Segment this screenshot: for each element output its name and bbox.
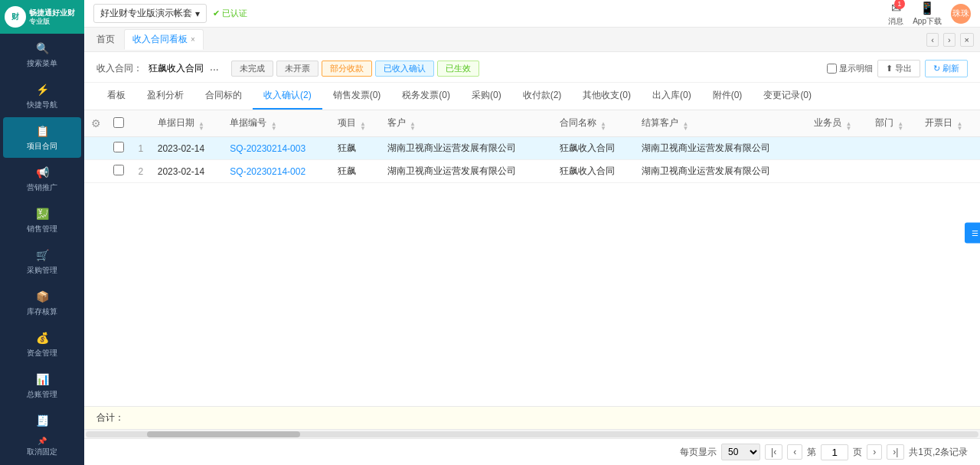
sidebar-item-marketing[interactable]: 📢 营销推广 [3, 159, 81, 199]
active-tab[interactable]: 收入合同看板 × [124, 29, 204, 50]
code-link[interactable]: SQ-20230214-002 [230, 166, 305, 177]
subtab-other[interactable]: 其他收支(0) [572, 83, 642, 110]
per-page-select[interactable]: 50 10 20 100 [721, 444, 760, 460]
data-table-container: ⚙ 单据日期 ▲▼ 单据编号 ▲▼ 项目 ▲▼ [84, 110, 980, 406]
right-side-btn[interactable]: ☰ [965, 222, 980, 243]
th-salesperson[interactable]: 业务员 ▲▼ [808, 110, 869, 137]
table-footer: 合计： [84, 406, 980, 429]
td-project: 狂飙 [332, 160, 381, 183]
sidebar-item-label: 搜索菜单 [27, 58, 57, 69]
page-number-input[interactable] [821, 444, 848, 460]
user-avatar[interactable]: 珠珠 [951, 4, 971, 24]
next-tab-btn[interactable]: › [943, 33, 956, 47]
th-date[interactable]: 单据日期 ▲▼ [152, 110, 224, 137]
td-contract-name: 狂飙收入合同 [554, 160, 636, 183]
table-row[interactable]: 2 2023-02-14 SQ-20230214-002 狂飙 湖南卫视商业运营… [84, 160, 980, 183]
th-invoice-date[interactable]: 开票日 ▲▼ [919, 110, 980, 137]
td-contract-name: 狂飙收入合同 [554, 137, 636, 160]
last-page-btn[interactable]: ›| [887, 444, 904, 460]
sidebar-item-sales[interactable]: 💹 销售管理 [3, 200, 81, 241]
status-effective-btn[interactable]: 已生效 [437, 61, 479, 77]
sidebar-item-quicknav[interactable]: ⚡ 快捷导航 [3, 76, 81, 116]
ledger-icon: 📊 [34, 372, 50, 387]
subtab-attachments[interactable]: 附件(0) [702, 83, 753, 110]
th-department[interactable]: 部门 ▲▼ [869, 110, 919, 137]
td-customer: 湖南卫视商业运营发展有限公司 [381, 137, 554, 160]
company-selector[interactable]: 好业财专业版演示帐套 ▾ [93, 4, 207, 23]
download-icon: 📱 [920, 1, 935, 15]
prev-page-btn[interactable]: ‹ [787, 444, 802, 460]
sidebar-item-project[interactable]: 📋 项目合同 [3, 117, 81, 158]
topbar-right: ✉ 1 消息 📱 App下载 珠珠 [888, 1, 971, 27]
purchase-icon: 🛒 [34, 247, 50, 263]
th-settle-customer[interactable]: 结算客户 ▲▼ [635, 110, 808, 137]
horizontal-scrollbar[interactable] [84, 429, 980, 438]
sidebar-item-invoice[interactable]: 🧾 发票管理 [3, 407, 81, 429]
subtab-kanban[interactable]: 看板 [96, 83, 136, 110]
show-detail-checkbox[interactable] [827, 64, 837, 74]
td-salesperson [808, 160, 869, 183]
app-download-btn[interactable]: 📱 App下载 [913, 1, 942, 27]
td-invoice-date [919, 160, 980, 183]
subtab-subject[interactable]: 合同标的 [194, 83, 253, 110]
subtab-tax-invoice[interactable]: 税务发票(0) [391, 83, 461, 110]
company-name: 好业财专业版演示帐套 [100, 7, 192, 20]
sidebar-item-purchase[interactable]: 🛒 采购管理 [3, 241, 81, 282]
th-code[interactable]: 单据编号 ▲▼ [224, 110, 331, 137]
sidebar-item-inventory[interactable]: 📦 库存核算 [3, 283, 81, 323]
sidebar-item-ledger[interactable]: 📊 总账管理 [3, 365, 81, 406]
first-page-btn[interactable]: |‹ [765, 444, 782, 460]
message-btn[interactable]: ✉ 1 消息 [888, 1, 903, 27]
td-project: 狂飙 [332, 137, 381, 160]
row-checkbox[interactable] [113, 142, 124, 152]
td-settle-customer: 湖南卫视商业运营发展有限公司 [635, 160, 808, 183]
sidebar-unpin-btn[interactable]: 📌 取消固定 [3, 432, 81, 462]
subtab-warehouse[interactable]: 出入库(0) [642, 83, 702, 110]
verified-label: 已认证 [222, 8, 247, 19]
invoice-icon: 🧾 [34, 413, 50, 428]
export-icon: ⬆ [886, 64, 893, 74]
subtab-payment[interactable]: 收付款(2) [512, 83, 573, 110]
th-contract-name[interactable]: 合同名称 ▲▼ [554, 110, 636, 137]
status-incomplete-btn[interactable]: 未完成 [231, 61, 273, 77]
tab-close-btn[interactable]: × [191, 35, 195, 44]
contract-prefix: 收入合同： [96, 62, 142, 75]
code-link[interactable]: SQ-20230214-003 [230, 143, 305, 154]
th-customer[interactable]: 客户 ▲▼ [381, 110, 554, 137]
show-detail-toggle[interactable]: 显示明细 [827, 60, 873, 77]
scrollbar-thumb[interactable] [147, 431, 300, 437]
subtab-changes[interactable]: 变更记录(0) [753, 83, 822, 110]
td-settings [84, 137, 107, 160]
scrollbar-track[interactable] [86, 431, 978, 437]
subtab-revenue-confirm[interactable]: 收入确认(2) [253, 83, 322, 110]
select-all-checkbox[interactable] [113, 117, 124, 128]
subtab-sales-invoice[interactable]: 销售发票(0) [322, 83, 392, 110]
table-row[interactable]: 1 2023-02-14 SQ-20230214-003 狂飙 湖南卫视商业运营… [84, 137, 980, 160]
td-num: 2 [130, 160, 152, 183]
close-tab-btn[interactable]: × [960, 33, 974, 47]
status-partial-btn[interactable]: 部分收款 [322, 61, 372, 77]
page-label2: 页 [853, 446, 862, 459]
sidebar-item-funds[interactable]: 💰 资金管理 [3, 324, 81, 365]
td-department [869, 137, 919, 160]
settings-icon[interactable]: ⚙ [91, 117, 101, 129]
td-salesperson [808, 137, 869, 160]
status-not-invoiced-btn[interactable]: 未开票 [276, 61, 318, 77]
pagination: 每页显示 50 10 20 100 |‹ ‹ 第 页 › ›| 共1页,2条记录 [84, 438, 980, 465]
export-btn[interactable]: ⬆ 导出 [877, 60, 920, 77]
more-options-btn[interactable]: ··· [210, 63, 219, 75]
th-settings: ⚙ [84, 110, 107, 137]
content-area: 收入合同： 狂飙收入合同 ··· 未完成 未开票 部分收款 已收入确认 已生效 … [84, 52, 980, 465]
next-page-btn[interactable]: › [867, 444, 882, 460]
tabbar: 首页 收入合同看板 × ‹ › × [84, 28, 980, 52]
row-checkbox[interactable] [113, 165, 124, 175]
refresh-btn[interactable]: ↻ 刷新 [925, 60, 968, 77]
prev-tab-btn[interactable]: ‹ [926, 33, 939, 47]
sidebar-item-search[interactable]: 🔍 搜索菜单 [3, 34, 81, 75]
th-project[interactable]: 项目 ▲▼ [332, 110, 381, 137]
subtab-purchase[interactable]: 采购(0) [461, 83, 512, 110]
subtab-profit[interactable]: 盈利分析 [136, 83, 194, 110]
sidebar-item-label: 总账管理 [27, 389, 57, 400]
home-tab[interactable]: 首页 [90, 30, 121, 49]
status-confirmed-btn[interactable]: 已收入确认 [375, 61, 434, 77]
